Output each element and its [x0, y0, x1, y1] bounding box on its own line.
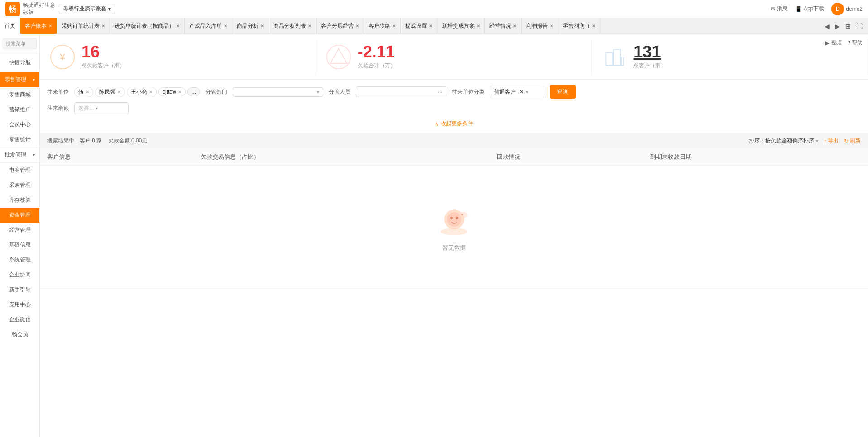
col-customer-info: 客户信息 [40, 148, 193, 166]
video-help-button[interactable]: ▶ 视频 [825, 39, 842, 47]
sidebar-item-enterprise-collab[interactable]: 企业协同 [0, 267, 39, 282]
svg-rect-5 [614, 49, 620, 65]
tab-new-promotion[interactable]: 新增提成方案 ✕ [437, 18, 485, 34]
filter-tag-chen: 陈民强 ✕ [95, 87, 125, 97]
person-select[interactable]: ··· [356, 86, 446, 97]
sidebar-item-vip-member[interactable]: 畅会员 [0, 327, 39, 342]
close-icon[interactable]: ✕ [48, 24, 52, 28]
sidebar-item-wholesale-mgmt[interactable]: 批发管理 ▾ [0, 147, 39, 162]
chevron-down-icon: ▾ [526, 90, 528, 95]
tab-next-button[interactable]: ▶ [833, 23, 842, 30]
tab-retail-profit[interactable]: 零售利润（ ✕ [558, 18, 600, 34]
tab-customer-tier[interactable]: 客户分层经营 ✕ [317, 18, 364, 34]
chevron-down-icon: ▾ [96, 106, 98, 111]
empty-icon [432, 202, 477, 238]
sidebar-search-area: 搜索菜单 [0, 34, 39, 53]
remove-tag-wu[interactable]: ✕ [86, 90, 89, 95]
remove-tag-chen[interactable]: ✕ [117, 90, 121, 95]
user-menu[interactable]: D demo2 [831, 3, 863, 15]
tab-purchase-order[interactable]: 采购订单统计表 ✕ [57, 18, 110, 34]
tab-operations[interactable]: 经营情况 ✕ [485, 18, 522, 34]
sidebar-item-app-center[interactable]: 应用中心 [0, 297, 39, 312]
sidebar-item-member-center[interactable]: 会员中心 [0, 117, 39, 132]
account-selector[interactable]: 母婴行业演示账套 ▾ [59, 4, 115, 14]
tab-fullscreen-button[interactable]: ⛶ [854, 23, 864, 30]
message-icon: ✉ [771, 6, 775, 12]
sidebar: 搜索菜单 快捷导航 零售管理 ▾ 零售商城 营销推广 会员中心 零售统计 批发管… [0, 34, 40, 437]
export-button[interactable]: ↑ 导出 [824, 137, 839, 145]
phone-icon: 📱 [795, 6, 802, 12]
tab-product-analysis-list[interactable]: 商品分析列表 ✕ [269, 18, 317, 34]
app-download-button[interactable]: 📱 App下载 [795, 5, 824, 13]
close-icon[interactable]: ✕ [550, 24, 553, 28]
stat-icon-total-customers [601, 43, 628, 71]
balance-select[interactable]: 选择... ▾ [74, 102, 129, 114]
help-button[interactable]: ? 帮助 [847, 39, 863, 47]
close-icon[interactable]: ✕ [513, 24, 517, 28]
svg-rect-4 [606, 52, 613, 65]
col-repayment: 回款情况 [489, 148, 643, 166]
col-debt-info: 欠款交易信息（占比） [193, 148, 489, 166]
close-icon[interactable]: ✕ [224, 24, 227, 28]
tab-home[interactable]: 首页 [0, 18, 20, 34]
stat-body-2: -2.11 欠款合计（万） [358, 44, 396, 70]
chevron-down-icon: ▾ [317, 90, 319, 95]
tab-customer-book[interactable]: 客户账本 ✕ [20, 18, 57, 34]
tab-prev-button[interactable]: ◀ [823, 23, 831, 30]
top-bar-right: ✉ 消息 📱 App下载 D demo2 [771, 3, 863, 15]
tab-customer-contact[interactable]: 客户联络 ✕ [364, 18, 401, 34]
remove-tag-wang[interactable]: ✕ [149, 90, 153, 95]
close-icon[interactable]: ✕ [476, 24, 480, 28]
close-icon[interactable]: ✕ [355, 24, 359, 28]
tab-promotion-settings[interactable]: 提成设置 ✕ [401, 18, 437, 34]
results-summary: 搜索结果中，客户 0 家 欠款金额 0.00元 [47, 137, 147, 145]
sidebar-item-ecommerce-mgmt[interactable]: 电商管理 [0, 163, 39, 178]
close-icon[interactable]: ✕ [101, 24, 105, 28]
close-icon[interactable]: ✕ [392, 24, 396, 28]
close-icon[interactable]: ✕ [308, 24, 312, 28]
sidebar-item-retail-mall[interactable]: 零售商城 [0, 87, 39, 102]
close-icon[interactable]: ✕ [260, 24, 264, 28]
filter-tag-wu: 伍 ✕ [74, 87, 93, 97]
tab-expand-button[interactable]: ⊞ [844, 23, 853, 30]
sidebar-item-basic-info[interactable]: 基础信息 [0, 238, 39, 252]
sidebar-item-system-mgmt[interactable]: 系统管理 [0, 252, 39, 267]
remove-tag-cjttcw[interactable]: ✕ [178, 90, 182, 95]
more-options-icon[interactable]: ··· [438, 89, 442, 95]
tab-profit-report[interactable]: 利润报告 ✕ [522, 18, 558, 34]
search-menu-button[interactable]: 搜索菜单 [3, 38, 37, 49]
sidebar-item-marketing[interactable]: 营销推广 [0, 102, 39, 117]
unit-class-select[interactable]: 普通客户 ✕ ▾ [490, 86, 544, 98]
close-icon[interactable]: ✕ [429, 24, 432, 28]
empty-text: 暂无数据 [442, 244, 466, 252]
tab-product-in[interactable]: 产成品入库单 ✕ [185, 18, 232, 34]
filter-tag-more[interactable]: ... [187, 87, 200, 96]
sort-select[interactable]: 排序：按欠款金额倒序排序 ▾ [749, 137, 818, 145]
sidebar-item-ops-mgmt[interactable]: 经营管理 [0, 223, 39, 238]
dept-filter-label: 分管部门 [206, 88, 227, 96]
close-icon[interactable]: ✕ [592, 24, 595, 28]
tab-bar: 首页 客户账本 ✕ 采购订单统计表 ✕ 进货单统计表（按商品） ✕ 产成品入库单… [0, 18, 868, 34]
collapse-button[interactable]: ∧ 收起更多条件 [435, 120, 473, 128]
sidebar-item-enterprise-wechat[interactable]: 企业微信 [0, 312, 39, 327]
sidebar-item-quick-nav[interactable]: 快捷导航 [0, 56, 39, 69]
message-button[interactable]: ✉ 消息 [771, 5, 788, 13]
close-icon[interactable]: ✕ [176, 24, 180, 28]
results-actions: 排序：按欠款金额倒序排序 ▾ ↑ 导出 ↻ 刷新 [749, 137, 861, 145]
dept-select[interactable]: ▾ [233, 87, 323, 97]
remove-class-filter[interactable]: ✕ [519, 89, 524, 95]
question-icon: ? [847, 40, 850, 46]
query-button[interactable]: 查询 [550, 85, 576, 99]
svg-text:¥: ¥ [59, 52, 65, 62]
sidebar-item-retail-stats[interactable]: 零售统计 [0, 132, 39, 147]
sidebar-item-new-guide[interactable]: 新手引导 [0, 282, 39, 297]
sidebar-item-purchase-mgmt[interactable]: 采购管理 [0, 178, 39, 193]
tab-inventory-stat[interactable]: 进货单统计表（按商品） ✕ [110, 18, 185, 34]
sidebar-item-inventory-check[interactable]: 库存核算 [0, 193, 39, 208]
refresh-button[interactable]: ↻ 刷新 [844, 137, 861, 145]
sidebar-item-retail-mgmt[interactable]: 零售管理 ▾ [0, 72, 39, 87]
sidebar-item-capital-mgmt[interactable]: 资金管理 [0, 208, 39, 223]
person-filter-label: 分管人员 [329, 88, 350, 96]
tab-product-analysis[interactable]: 商品分析 ✕ [232, 18, 269, 34]
logo-area: 畅 畅捷通好生意 标版 [5, 2, 55, 16]
